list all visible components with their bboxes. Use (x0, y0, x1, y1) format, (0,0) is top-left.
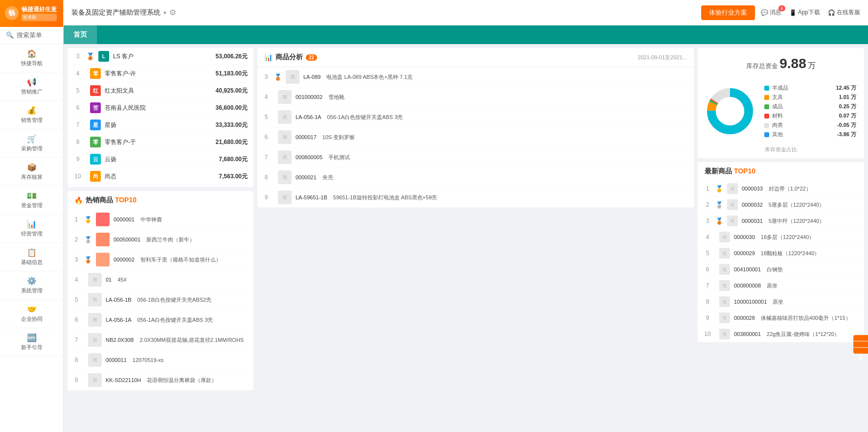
product-thumbnail: 图 (88, 293, 102, 307)
product-thumbnail: 图 (286, 70, 299, 84)
chevron-down-icon[interactable]: ▾ (163, 9, 166, 16)
sidebar-nav-item[interactable]: 📊经营管理 (0, 215, 63, 243)
sidebar-header: 畅 畅捷通好生意 标准版 (0, 0, 63, 27)
brand-tag: 标准版 (22, 14, 57, 21)
sidebar-nav-item[interactable]: ⚙️系统管理 (0, 271, 63, 300)
sidebar-nav-item[interactable]: 📢营销推广 (0, 72, 63, 101)
customer-amount: 53,006.26元 (216, 52, 248, 61)
sidebar-nav-item[interactable]: 🛒采购管理 (0, 129, 63, 158)
legend-label: 其他 (772, 131, 834, 138)
float-btn-1[interactable]: 服务社区 (853, 341, 868, 347)
product-rank-num: 4 (262, 94, 270, 100)
legend-dot (764, 123, 769, 128)
customer-rank-row: 8 零 零售客户-于 21,680.00元 (68, 134, 253, 151)
float-btn-0[interactable]: 客服热线 (853, 335, 868, 341)
product-thumbnail: 图 (278, 110, 292, 124)
tab-home[interactable]: 首页 (64, 25, 97, 44)
product-code: LA-056-1B (106, 297, 132, 303)
mid-product-row: 9 图 LA-59651-1B 59651-1B旋转投影灯电池盒 ABS黑色+5… (257, 188, 694, 208)
customer-name: 尚态 (105, 172, 215, 181)
nav-tabs: 首页 (64, 25, 868, 44)
np-thumbnail: 图 (727, 216, 738, 226)
product-medal: 🥉 (274, 73, 282, 81)
new-products-header: 最新商品 TOP10 (698, 162, 864, 181)
legend-value: 0.07 万 (839, 112, 856, 120)
hot-icon: 🔥 (74, 196, 83, 204)
product-code: LA-056-1A (106, 317, 132, 323)
sidebar-nav-item[interactable]: 🆕新手引导 (0, 328, 63, 357)
nav-label: 基础信息 (21, 259, 43, 266)
middle-panel: 📊 商品分析 22 2021-09-01至2021... 3 🥉 图 LA-08… (257, 48, 694, 428)
np-thumbnail: 图 (727, 199, 738, 210)
np-medal: 🥇 (715, 185, 723, 192)
headset-icon: 🎧 (828, 9, 835, 16)
np-code: 000800008 (734, 283, 761, 288)
customer-rank-row: 7 星 星扬 33,333.00元 (68, 117, 253, 134)
product-medal: 🥉 (84, 256, 92, 264)
legend-value: -0.05 万 (837, 121, 856, 129)
app-download-label: App下载 (798, 8, 820, 17)
hot-products-card: 🔥 热销商品 TOP10 1 🥇 0000001 中华神鹿 2 🥈 000500… (68, 191, 253, 390)
product-thumbnail (96, 213, 110, 226)
product-medal: 🥇 (84, 216, 92, 223)
np-code: 10000100001 (734, 299, 767, 305)
customer-name: LS 客户 (113, 52, 212, 61)
rank-number: 5 (73, 87, 82, 94)
online-service-button[interactable]: 🎧 在线客服 (828, 8, 860, 17)
np-name: 18颗粒板（1220*2440） (761, 250, 858, 257)
hot-products-title: 热销商品 TOP10 (86, 196, 137, 205)
np-rank: 3 (704, 217, 711, 224)
product-name: 45# (117, 277, 249, 283)
mid-product-row: 8 图 0000021 夹壳 (257, 168, 694, 188)
nav-icon: 📦 (27, 163, 37, 172)
np-code: 003800001 (734, 331, 761, 337)
sidebar-nav-item[interactable]: 🤝企业协同 (0, 300, 63, 328)
message-badge: 6 (778, 5, 785, 11)
product-thumbnail (96, 253, 110, 266)
product-thumbnail: 图 (88, 373, 102, 387)
legend-value: 12.45 万 (836, 84, 856, 92)
product-thumbnail: 图 (88, 273, 102, 287)
legend-label: 材料 (772, 112, 836, 120)
np-medal: 🥈 (715, 201, 723, 209)
product-rank-num: 3 (72, 256, 80, 263)
product-ranking-title: 商品分析 (275, 53, 303, 62)
sidebar-nav-item[interactable]: 📋基础信息 (0, 243, 63, 271)
product-name: 夹壳 (322, 174, 689, 181)
app-download-button[interactable]: 📱 App下载 (789, 8, 820, 17)
np-thumbnail: 图 (719, 296, 730, 307)
product-rank-num: 7 (72, 336, 80, 343)
sidebar-nav-item[interactable]: 💵资金管理 (0, 186, 63, 215)
customer-amount: 36,600.00元 (216, 104, 248, 112)
np-code: 0000033 (742, 186, 763, 192)
product-rank-num: 4 (72, 276, 80, 283)
message-button[interactable]: 💬 消息 6 (761, 8, 781, 17)
customer-rank-row: 9 云 云扬 7,680.00元 (68, 151, 253, 168)
inventory-amount: 9.88 (779, 56, 806, 71)
customer-avatar: 零 (90, 68, 101, 79)
legend-item: 其他 -3.86 万 (764, 131, 856, 138)
nav-icon: 📋 (27, 248, 37, 257)
nav-label: 企业协同 (21, 315, 43, 323)
content: 3 🥉 L LS 客户 53,006.26元 4 零 零售客户-许 51,183… (64, 44, 868, 432)
gear-icon[interactable]: ⚙ (169, 8, 176, 17)
search-menu[interactable]: 🔍 搜索菜单 (0, 27, 63, 44)
customer-rank-row: 5 红 红太阳文具 40,925.00元 (68, 82, 253, 99)
sidebar-nav-item[interactable]: 💰销售管理 (0, 101, 63, 129)
nav-icon: 💰 (27, 106, 37, 115)
np-name: 白钢垫 (767, 266, 858, 273)
mid-product-row: 5 图 LA-056-1A 056-1A白色按键开关盖ABS 3壳 (257, 107, 694, 127)
trial-button[interactable]: 体验行业方案 (701, 5, 755, 20)
product-name: 手机测试 (328, 154, 689, 161)
product-name: 花语萌恒温分离裤袋（厚款） (147, 377, 249, 384)
sidebar-nav-item[interactable]: 🏠快捷导航 (0, 44, 63, 72)
nav-label: 资金管理 (21, 202, 43, 209)
customer-amount: 7,563.00元 (219, 172, 248, 181)
customer-avatar: 云 (90, 154, 101, 165)
float-btn-2[interactable]: 直播 (853, 348, 868, 354)
product-name: 电池盖 LA-089 ABS本色+黑种 7.1克 (326, 73, 689, 81)
product-rank-num: 5 (72, 296, 80, 303)
nav-label: 销售管理 (21, 117, 43, 124)
sidebar-nav-item[interactable]: 📦库存核算 (0, 158, 63, 186)
customer-rank-row: 4 零 零售客户-许 51,183.00元 (68, 65, 253, 82)
